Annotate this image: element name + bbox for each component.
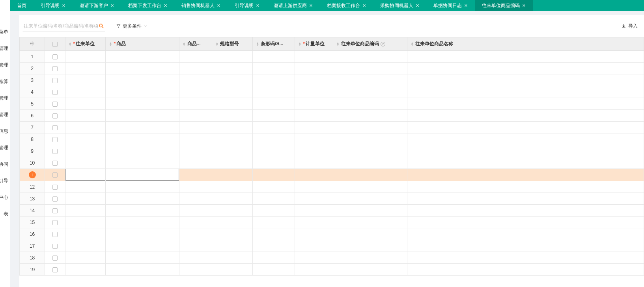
cell[interactable] [212,252,253,264]
cell[interactable] [333,205,407,217]
sidebar-item[interactable]: 管理 [0,40,10,57]
cell[interactable] [212,133,253,145]
cell[interactable] [253,110,295,122]
cell[interactable] [65,110,106,122]
cell[interactable] [407,51,644,63]
cell[interactable] [253,205,295,217]
search-icon[interactable] [99,23,104,29]
cell[interactable] [333,252,407,264]
row-checkbox[interactable] [52,256,58,261]
tab[interactable]: 引导说明✕ [228,0,267,11]
cell[interactable] [65,145,106,157]
cell[interactable] [407,205,644,217]
cell[interactable] [333,217,407,228]
cell[interactable] [65,63,106,74]
sidebar-item[interactable]: 协同 [0,156,10,172]
cell[interactable] [179,193,212,205]
tab[interactable]: 邀请下游客户✕ [73,0,121,11]
tab[interactable]: 销售协同机器人✕ [174,0,228,11]
column-header-bar[interactable]: ▲▼条形码/S... [253,37,295,51]
cell[interactable] [295,110,333,122]
help-icon[interactable]: ? [381,42,385,46]
cell[interactable] [253,98,295,110]
cell[interactable] [179,74,212,86]
row-checkbox[interactable] [52,54,58,59]
column-header-pcode[interactable]: ▲▼商品... [179,37,212,51]
column-header-meas[interactable]: ▲▼*计量单位 [295,37,333,51]
cell[interactable] [179,110,212,122]
sidebar-item[interactable]: 中心 [0,189,10,206]
cell[interactable] [179,63,212,74]
cell[interactable] [212,228,253,240]
cell[interactable] [65,86,106,98]
row-checkbox[interactable] [52,220,58,225]
cell[interactable] [106,145,179,157]
cell[interactable] [333,63,407,74]
cell[interactable] [179,169,212,181]
close-icon[interactable]: ✕ [256,3,259,8]
row-checkbox[interactable] [52,137,58,142]
column-header-prod[interactable]: ▲▼*商品 [106,37,179,51]
cell[interactable] [212,51,253,63]
cell[interactable] [65,252,106,264]
tab[interactable]: 引导说明✕ [34,0,73,11]
sort-icon[interactable]: ▲▼ [183,42,186,46]
cell[interactable] [333,169,407,181]
cell[interactable] [407,169,644,181]
cell[interactable] [212,181,253,193]
row-checkbox[interactable] [52,66,58,71]
cell[interactable] [106,157,179,169]
close-icon[interactable]: ✕ [464,3,468,8]
cell[interactable] [295,51,333,63]
cell[interactable] [212,122,253,133]
cell[interactable] [407,181,644,193]
cell[interactable] [407,74,644,86]
cell[interactable] [65,98,106,110]
cell[interactable] [212,110,253,122]
tab[interactable]: 单据协同日志✕ [426,0,475,11]
cell[interactable] [106,98,179,110]
cell[interactable] [407,133,644,145]
cell[interactable] [106,252,179,264]
sidebar-item[interactable]: 管理 [0,90,10,106]
cell[interactable] [295,145,333,157]
sort-icon[interactable]: ▲▼ [336,42,340,46]
cell[interactable] [253,145,295,157]
cell[interactable] [295,252,333,264]
sidebar-item[interactable]: 管理 [0,57,10,73]
cell[interactable] [407,145,644,157]
cell[interactable] [65,240,106,252]
cell[interactable] [333,145,407,157]
cell[interactable] [253,193,295,205]
cell[interactable] [106,169,179,181]
cell[interactable] [106,86,179,98]
cell[interactable] [179,122,212,133]
tab[interactable]: 邀请上游供应商✕ [267,0,320,11]
cell[interactable] [333,86,407,98]
sidebar-item[interactable]: 表 [0,206,10,222]
cell[interactable] [106,228,179,240]
cell[interactable] [333,51,407,63]
cell[interactable] [295,74,333,86]
cell[interactable] [106,240,179,252]
row-checkbox[interactable] [52,208,58,213]
column-header-spec[interactable]: ▲▼规格型号 [212,37,253,51]
cell[interactable] [253,264,295,276]
column-header-ucode[interactable]: ▲▼往来单位商品编码? [333,37,407,51]
cell[interactable] [333,240,407,252]
cell[interactable] [179,157,212,169]
cell[interactable] [253,181,295,193]
cell[interactable] [65,205,106,217]
cell[interactable] [179,181,212,193]
cell[interactable] [295,228,333,240]
close-icon[interactable]: ✕ [62,3,65,8]
export-button[interactable]: 导入 [621,23,638,30]
cell[interactable] [106,133,179,145]
cell[interactable] [295,217,333,228]
cell[interactable] [212,63,253,74]
cell[interactable] [212,193,253,205]
cell[interactable] [212,157,253,169]
cell[interactable] [295,205,333,217]
cell[interactable] [295,86,333,98]
cell[interactable] [179,51,212,63]
